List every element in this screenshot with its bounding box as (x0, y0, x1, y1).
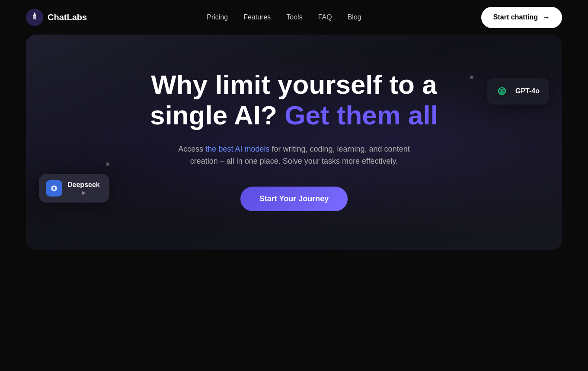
subtext-link[interactable]: the best AI models (205, 145, 269, 153)
nav-link-faq[interactable]: FAQ (318, 13, 332, 21)
hero-heading-accent: Get them all (284, 100, 438, 130)
hero-cta-label: Start Your Journey (259, 194, 329, 203)
logo-text: ChatLabs (48, 13, 87, 22)
hero-subtext: Access the best AI models for writing, c… (173, 143, 415, 168)
gpt-name: GPT-4o (515, 87, 540, 95)
start-chatting-button[interactable]: Start chatting → (481, 7, 562, 28)
deepseek-icon (46, 180, 62, 197)
deepseek-play: ▶ (67, 190, 100, 196)
below-hero-area (0, 250, 588, 371)
svg-point-1 (34, 13, 35, 15)
nav-link-tools[interactable]: Tools (286, 13, 302, 21)
deepseek-card-info: Deepseek ▶ (67, 181, 100, 196)
nav-link-blog[interactable]: Blog (348, 13, 361, 21)
nav-links: Pricing Features Tools FAQ Blog (207, 13, 361, 21)
hero-cta-button[interactable]: Start Your Journey (240, 187, 348, 211)
hero-heading: Why limit yourself to a single AI? Get t… (150, 69, 438, 131)
hero-heading-line1: Why limit yourself to a (151, 70, 437, 99)
hero-heading-line2: single AI? (150, 100, 277, 130)
dot-right (470, 76, 473, 79)
nav-link-pricing[interactable]: Pricing (207, 13, 228, 21)
logo[interactable]: ChatLabs (26, 9, 87, 26)
navbar: ChatLabs Pricing Features Tools FAQ Blog… (0, 0, 588, 35)
subtext-prefix: Access (178, 145, 203, 153)
dot-left (106, 162, 109, 166)
deepseek-card: Deepseek ▶ (39, 174, 109, 203)
gpt-card: GPT-4o (487, 78, 549, 105)
hero-section: Deepseek ▶ GPT-4o Why limit yourself to … (26, 35, 562, 250)
deepseek-name: Deepseek (67, 181, 100, 189)
logo-icon (26, 9, 43, 26)
gpt-icon (494, 83, 510, 99)
nav-link-features[interactable]: Features (243, 13, 271, 21)
arrow-icon: → (542, 13, 550, 22)
start-chatting-label: Start chatting (493, 13, 538, 21)
